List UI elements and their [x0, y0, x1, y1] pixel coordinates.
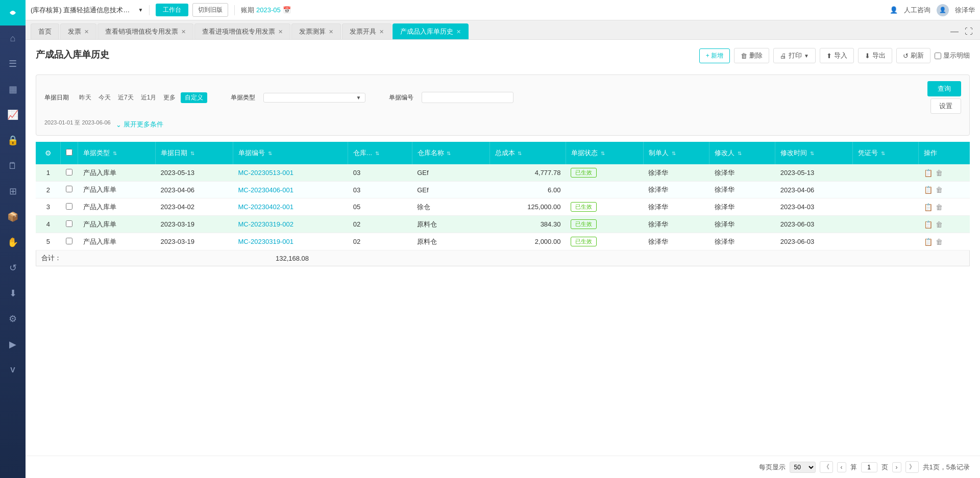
- row-edit-icon[interactable]: 📋: [924, 186, 933, 194]
- date-link-today[interactable]: 今天: [96, 92, 113, 103]
- refresh-button[interactable]: ↺ 刷新: [896, 48, 930, 63]
- th-wh-code[interactable]: 仓库... ⇅: [348, 142, 412, 164]
- date-link-7days[interactable]: 近7天: [116, 92, 136, 103]
- th-date[interactable]: 单据日期 ⇅: [155, 142, 233, 164]
- next-page-button[interactable]: ›: [892, 462, 901, 472]
- date-quick-links: 昨天 今天 近7天 近1月 更多 自定义: [77, 92, 207, 103]
- date-link-more[interactable]: 更多: [161, 92, 178, 103]
- row-edit-icon[interactable]: 📋: [924, 203, 933, 211]
- row-delete-icon[interactable]: 🗑: [936, 238, 943, 246]
- switch-version-button[interactable]: 切到旧版: [192, 3, 228, 17]
- period-selector[interactable]: 账期 2023-05 📅: [241, 6, 291, 15]
- export-button[interactable]: ⬇ 导出: [858, 48, 892, 63]
- th-cost[interactable]: 总成本 ⇅: [489, 142, 566, 164]
- row-number[interactable]: MC-20230406-001: [233, 182, 348, 198]
- tab-product-in[interactable]: 产成品入库单历史 ✕: [393, 23, 469, 39]
- row-checkbox-cell: [61, 233, 78, 250]
- prev-page-button[interactable]: ‹: [837, 462, 846, 472]
- th-wh-name[interactable]: 仓库名称 ⇅: [412, 142, 489, 164]
- th-creator[interactable]: 制单人 ⇅: [643, 142, 709, 164]
- th-modify-time[interactable]: 修改时间 ⇅: [775, 142, 853, 164]
- type-filter-select[interactable]: ▼: [263, 93, 365, 103]
- row-delete-icon[interactable]: 🗑: [936, 220, 943, 229]
- close-input-vat-icon[interactable]: ✕: [278, 29, 283, 35]
- sidebar-item-settings[interactable]: ⚙: [0, 306, 26, 332]
- row-edit-icon[interactable]: 📋: [924, 238, 933, 246]
- tab-invoice-calc[interactable]: 发票测算 ✕: [291, 23, 341, 39]
- row-number[interactable]: MC-20230319-002: [233, 216, 348, 233]
- settings-gear-icon[interactable]: ⚙: [41, 146, 55, 160]
- expand-more-conditions[interactable]: ⌄ 展开更多条件: [116, 120, 163, 129]
- first-page-button[interactable]: 《: [820, 461, 833, 473]
- sidebar-item-table[interactable]: ⊞: [0, 179, 26, 204]
- date-link-custom[interactable]: 自定义: [181, 92, 207, 103]
- company-selector[interactable]: (库存核算) 直播轻掂通信息技术股份... ▼: [31, 6, 143, 15]
- sidebar-item-storage[interactable]: 📦: [0, 204, 26, 230]
- th-modifier[interactable]: 修改人 ⇅: [709, 142, 775, 164]
- delete-button[interactable]: 🗑 删除: [734, 48, 769, 63]
- import-button[interactable]: ⬆ 导入: [820, 48, 854, 63]
- sidebar-item-report[interactable]: 📈: [0, 102, 26, 128]
- sidebar-item-chart[interactable]: ▦: [0, 77, 26, 102]
- sidebar-item-home[interactable]: ⌂: [0, 26, 26, 51]
- sidebar-item-version[interactable]: V: [0, 357, 26, 383]
- tab-sales-vat[interactable]: 查看销项增值税专用发票 ✕: [97, 23, 193, 39]
- row-checkbox[interactable]: [66, 238, 72, 244]
- sidebar-item-download[interactable]: ⬇: [0, 281, 26, 306]
- tab-invoice[interactable]: 发票 ✕: [60, 23, 96, 39]
- page-input[interactable]: [861, 462, 877, 472]
- sidebar-item-bill[interactable]: 🗒: [0, 153, 26, 179]
- query-button[interactable]: 查询: [927, 81, 961, 96]
- date-link-1month[interactable]: 近1月: [139, 92, 159, 103]
- th-checkbox[interactable]: [61, 142, 78, 164]
- row-number[interactable]: MC-20230513-001: [233, 164, 348, 182]
- user-name[interactable]: 徐泽华: [955, 6, 975, 15]
- sidebar-item-lock[interactable]: 🔒: [0, 128, 26, 153]
- sidebar-item-play[interactable]: ▶: [0, 332, 26, 357]
- row-checkbox[interactable]: [66, 186, 72, 192]
- tab-maximize-button[interactable]: ⛶: [963, 26, 975, 37]
- close-invoice-icon[interactable]: ✕: [84, 29, 89, 35]
- workbench-button[interactable]: 工作台: [156, 4, 188, 16]
- show-detail-checkbox[interactable]: [935, 53, 941, 59]
- close-sales-vat-icon[interactable]: ✕: [181, 29, 186, 35]
- tab-input-vat[interactable]: 查看进项增值税专用发票 ✕: [194, 23, 290, 39]
- row-delete-icon[interactable]: 🗑: [936, 186, 943, 194]
- date-link-yesterday[interactable]: 昨天: [77, 92, 93, 103]
- select-all-checkbox[interactable]: [66, 149, 72, 156]
- sidebar-item-refresh[interactable]: ↺: [0, 255, 26, 281]
- refresh-label: 刷新: [911, 51, 924, 60]
- th-type[interactable]: 单据类型 ⇅: [78, 142, 156, 164]
- row-checkbox[interactable]: [66, 220, 72, 227]
- row-edit-icon[interactable]: 📋: [924, 220, 933, 229]
- sidebar-item-doc[interactable]: ☰: [0, 51, 26, 77]
- row-checkbox[interactable]: [66, 203, 72, 210]
- sidebar-item-hand[interactable]: ✋: [0, 230, 26, 255]
- close-invoice-open-icon[interactable]: ✕: [379, 29, 384, 35]
- help-label[interactable]: 人工咨询: [904, 6, 930, 15]
- tab-home[interactable]: 首页: [31, 23, 59, 39]
- th-voucher[interactable]: 凭证号 ⇅: [853, 142, 919, 164]
- print-button[interactable]: 🖨 打印 ▼: [773, 48, 816, 63]
- row-delete-icon[interactable]: 🗑: [936, 203, 943, 211]
- row-checkbox[interactable]: [66, 169, 72, 175]
- th-settings[interactable]: ⚙: [36, 142, 61, 164]
- tab-minimize-button[interactable]: —: [948, 26, 961, 37]
- close-product-in-icon[interactable]: ✕: [456, 29, 461, 35]
- close-invoice-calc-icon[interactable]: ✕: [329, 29, 333, 35]
- setting-button[interactable]: 设置: [930, 98, 961, 114]
- row-number[interactable]: MC-20230319-001: [233, 233, 348, 250]
- new-button[interactable]: + 新增: [699, 48, 730, 63]
- per-page-select[interactable]: 50 100 200: [790, 462, 816, 473]
- th-action: 操作: [919, 142, 970, 164]
- page-suffix: 页: [881, 463, 888, 472]
- tab-invoice-open[interactable]: 发票开具 ✕: [342, 23, 391, 39]
- last-page-button[interactable]: 》: [905, 461, 919, 473]
- th-number[interactable]: 单据编号 ⇅: [233, 142, 348, 164]
- row-edit-icon[interactable]: 📋: [924, 169, 933, 177]
- th-status[interactable]: 单据状态 ⇅: [566, 142, 643, 164]
- row-status: 已生效: [566, 216, 643, 233]
- row-delete-icon[interactable]: 🗑: [936, 169, 943, 177]
- row-number[interactable]: MC-20230402-001: [233, 198, 348, 216]
- number-filter-input[interactable]: [422, 92, 513, 103]
